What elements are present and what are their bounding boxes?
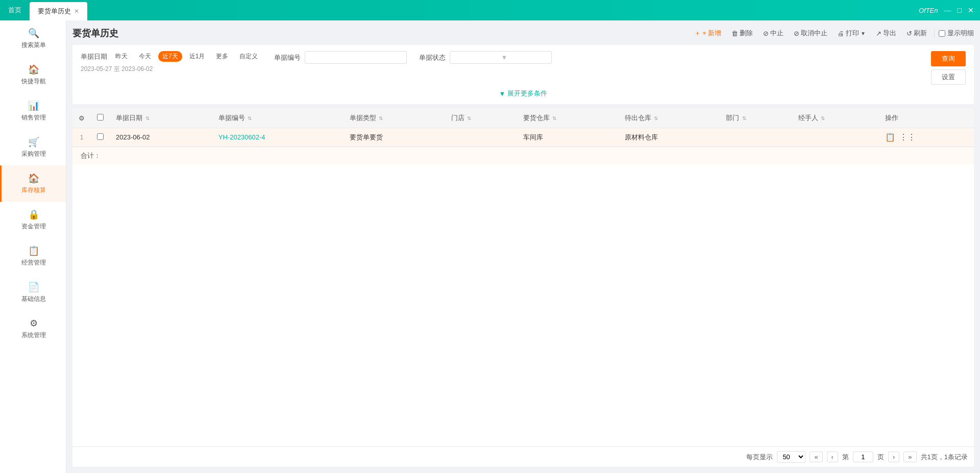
th-order-type[interactable]: 单据类型 ⇅ xyxy=(344,108,445,128)
status-select[interactable]: ▼ xyxy=(450,51,552,64)
sort-req-wh-icon: ⇅ xyxy=(552,115,556,121)
date-chip-7days[interactable]: 近7天 xyxy=(158,51,182,62)
pagination: 每页显示 50 10 20 100 « ‹ 第 1 页 › » 共1页，1条记录 xyxy=(72,446,974,467)
toolbar-divider xyxy=(934,29,935,38)
print-dropdown-icon: ▼ xyxy=(861,31,866,36)
td-order-no[interactable]: YH-20230602-4 xyxy=(212,128,344,147)
order-no-input[interactable] xyxy=(305,51,407,64)
filter-area: 单据日期 昨天 今天 近7天 近1月 更多 自定义 2023-05-27 至 2… xyxy=(72,45,974,104)
order-no-link[interactable]: YH-20230602-4 xyxy=(218,133,265,141)
th-dept[interactable]: 部门 ⇅ xyxy=(720,108,792,128)
delete-button[interactable]: 🗑 删除 xyxy=(728,27,756,40)
search-menu-icon: 🔍 xyxy=(28,28,39,39)
date-chip-more[interactable]: 更多 xyxy=(212,51,232,62)
setting-button[interactable]: 设置 xyxy=(931,69,966,85)
sales-icon: 📊 xyxy=(28,100,39,111)
td-dept xyxy=(720,128,792,147)
table-wrap: ⚙ 单据日期 ⇅ 单据编号 ⇅ 单据类型 xyxy=(72,108,974,467)
th-store[interactable]: 门店 ⇅ xyxy=(445,108,517,128)
quick-nav-icon: 🏠 xyxy=(28,64,39,75)
suspend-button[interactable]: ⊘ 中止 xyxy=(760,27,787,40)
action-buttons: 查询 设置 xyxy=(931,51,966,85)
row-more-icon[interactable]: ⋮⋮ xyxy=(899,132,916,142)
sidebar-item-inventory[interactable]: 🏠 库存核算 xyxy=(0,165,66,202)
th-checkbox xyxy=(91,108,110,128)
cancel-suspend-icon: ⊘ xyxy=(794,30,799,37)
sort-handler-icon: ⇅ xyxy=(821,115,825,121)
minimize-icon[interactable]: — xyxy=(944,6,951,14)
finance-icon: 🔒 xyxy=(28,209,39,220)
row-edit-icon[interactable]: 📋 xyxy=(885,132,895,142)
th-order-no[interactable]: 单据编号 ⇅ xyxy=(212,108,344,128)
date-range-display: 2023-05-27 至 2023-06-02 xyxy=(81,65,153,74)
print-button[interactable]: 🖨 打印 ▼ xyxy=(835,27,869,40)
date-chip-today[interactable]: 今天 xyxy=(135,51,155,62)
close-window-icon[interactable]: ✕ xyxy=(968,6,974,14)
tab-home[interactable]: 首页 xyxy=(0,0,30,20)
sidebar-item-sales[interactable]: 📊 销售管理 xyxy=(0,93,66,129)
display-detail-checkbox[interactable] xyxy=(939,30,945,37)
order-no-label: 单据编号 xyxy=(274,53,301,62)
date-chip-custom[interactable]: 自定义 xyxy=(235,51,262,62)
th-req-warehouse[interactable]: 要货仓库 ⇅ xyxy=(517,108,619,128)
sidebar-item-quick-nav[interactable]: 🏠 快捷导航 xyxy=(0,57,66,93)
per-page-select[interactable]: 50 10 20 100 xyxy=(777,451,805,463)
query-button[interactable]: 查询 xyxy=(931,51,966,66)
status-dropdown-icon: ▼ xyxy=(501,54,547,61)
sidebar-item-operations[interactable]: 📋 经营管理 xyxy=(0,238,66,274)
th-action: 操作 xyxy=(879,108,974,128)
page-input[interactable]: 1 xyxy=(853,452,873,462)
data-table: ⚙ 单据日期 ⇅ 单据编号 ⇅ 单据类型 xyxy=(72,108,974,147)
brand-label: OfTEn xyxy=(919,7,938,14)
display-detail-toggle[interactable]: 显示明细 xyxy=(939,29,974,38)
filter-top-row: 单据日期 昨天 今天 近7天 近1月 更多 自定义 2023-05-27 至 2… xyxy=(81,51,966,85)
date-filter-label: 单据日期 xyxy=(81,52,107,61)
sidebar-item-search-menu[interactable]: 🔍 搜索菜单 xyxy=(0,20,66,57)
tab-order-history[interactable]: 要货单历史 ✕ xyxy=(30,2,87,20)
date-chip-1month[interactable]: 近1月 xyxy=(185,51,209,62)
last-page-btn[interactable]: » xyxy=(903,452,916,462)
refresh-button[interactable]: ↺ 刷新 xyxy=(903,27,930,40)
export-icon: ↗ xyxy=(876,30,881,37)
total-info: 共1页，1条记录 xyxy=(921,453,968,462)
th-settings[interactable]: ⚙ xyxy=(72,108,91,128)
sidebar-item-purchase[interactable]: 🛒 采购管理 xyxy=(0,129,66,165)
select-all-checkbox[interactable] xyxy=(97,114,104,121)
content-area: 要货单历史 ＋ + 新增 🗑 删除 ⊘ 中止 ⊘ 取消中止 xyxy=(66,20,980,473)
suspend-icon: ⊘ xyxy=(763,30,769,37)
date-filter-section: 单据日期 昨天 今天 近7天 近1月 更多 自定义 2023-05-27 至 2… xyxy=(81,51,262,74)
expand-more-icon: ▼ xyxy=(499,90,506,98)
operations-icon: 📋 xyxy=(28,245,39,256)
toolbar: ＋ + 新增 🗑 删除 ⊘ 中止 ⊘ 取消中止 🖨 打印 xyxy=(691,27,974,40)
page-unit: 页 xyxy=(877,453,884,462)
td-req-warehouse: 车间库 xyxy=(517,128,619,147)
new-button[interactable]: ＋ + 新增 xyxy=(691,27,724,40)
export-button[interactable]: ↗ 导出 xyxy=(873,27,899,40)
print-icon: 🖨 xyxy=(838,30,844,37)
td-action: 📋 ⋮⋮ xyxy=(879,128,974,147)
td-store xyxy=(445,128,517,147)
cancel-suspend-button[interactable]: ⊘ 取消中止 xyxy=(791,27,830,40)
date-chip-yesterday[interactable]: 昨天 xyxy=(111,51,132,62)
td-pending-warehouse: 原材料仓库 xyxy=(619,128,720,147)
sidebar-item-system[interactable]: ⚙ 系统管理 xyxy=(0,311,66,347)
order-no-inner: 单据编号 xyxy=(274,51,407,64)
status-filter-section: 单据状态 ▼ xyxy=(419,51,552,64)
page-label: 第 xyxy=(842,453,849,462)
table-footer-summary: 合计： xyxy=(72,147,974,164)
maximize-icon[interactable]: □ xyxy=(958,6,962,14)
row-checkbox[interactable] xyxy=(97,133,104,140)
next-page-btn[interactable]: › xyxy=(888,452,899,462)
expand-more-label: 展开更多条件 xyxy=(507,89,547,98)
td-checkbox xyxy=(91,128,110,147)
th-handler[interactable]: 经手人 ⇅ xyxy=(792,108,879,128)
first-page-btn[interactable]: « xyxy=(810,452,822,462)
th-pending-warehouse[interactable]: 待出仓库 ⇅ xyxy=(619,108,720,128)
prev-page-btn[interactable]: ‹ xyxy=(827,452,838,462)
th-date[interactable]: 单据日期 ⇅ xyxy=(110,108,212,128)
sidebar-item-basic-info[interactable]: 📄 基础信息 xyxy=(0,274,66,311)
expand-more-btn[interactable]: ▼ 展开更多条件 xyxy=(81,89,966,98)
sidebar-item-finance[interactable]: 🔒 资金管理 xyxy=(0,202,66,238)
close-tab-icon[interactable]: ✕ xyxy=(74,8,79,15)
tab-list: 首页 要货单历史 ✕ xyxy=(0,0,87,20)
